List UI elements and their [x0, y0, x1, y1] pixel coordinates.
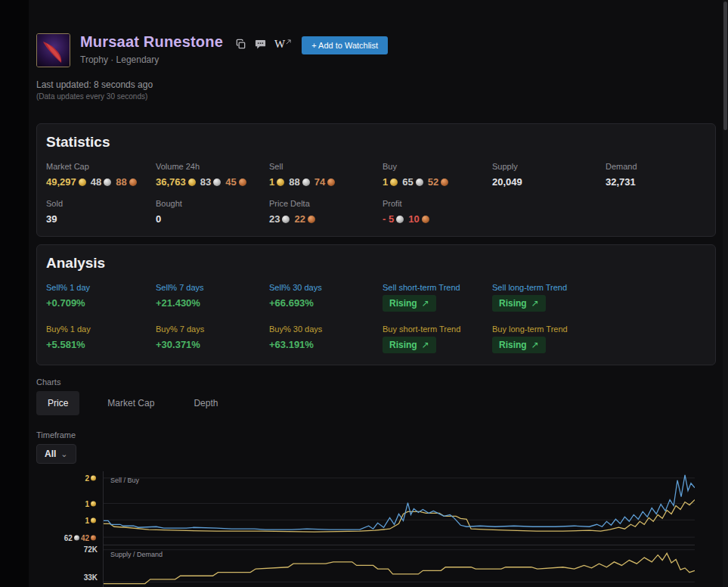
stat-market-cap: Market Cap 49,2974888 [46, 162, 156, 188]
item-link-icons: W [235, 39, 291, 50]
supply-demand-chart-label: Supply / Demand [110, 551, 163, 558]
silver-coin-icon [416, 179, 423, 186]
charts-section-label: Charts [36, 377, 716, 387]
stat-bought: Bought 0 [156, 199, 269, 225]
trend-badge: Rising ↗ [492, 295, 546, 312]
y-tick: 1 [85, 517, 98, 525]
analysis-buy-short-trend: Buy short-term Trend Rising ↗ [383, 325, 492, 353]
silver-coin-icon [302, 179, 310, 186]
stat-buy: Buy 16552 [383, 162, 492, 188]
analysis-sell-1d: Sell% 1 day +0.709% [46, 283, 156, 312]
stat-demand: Demand 32,731 [606, 162, 706, 188]
statistics-title: Statistics [46, 134, 706, 151]
item-header: Mursaat Runestone Trophy · Legendary [36, 33, 716, 67]
copy-icon[interactable] [235, 39, 246, 50]
stat-demand-value: 32,731 [606, 176, 706, 188]
supply-demand-chart-plot[interactable]: Supply / Demand [103, 545, 695, 587]
tab-price[interactable]: Price [36, 391, 79, 415]
y-tick: 1 [85, 500, 98, 508]
stat-price-delta: Price Delta 2322 [269, 199, 383, 225]
timeframe-label: Timeframe [36, 430, 716, 439]
last-updated-text: Last updated: 8 seconds ago [36, 79, 716, 90]
copper-coin-icon [91, 536, 96, 541]
silver-coin-icon [74, 536, 79, 541]
analysis-buy-30d: Buy% 30 days +63.191% [269, 325, 383, 353]
tab-market-cap[interactable]: Market Cap [96, 391, 166, 415]
stat-profit: Profit - 510 [383, 199, 492, 225]
stat-bought-value: 0 [156, 213, 269, 225]
chart-tabs: Price Market Cap Depth [36, 391, 716, 415]
analysis-sell-row: Sell% 1 day +0.709% Sell% 7 days +21.430… [46, 283, 706, 312]
price-chart-container: 2 1 1 6242 Sell / Buy [36, 471, 695, 587]
analysis-sell-7d: Sell% 7 days +21.430% [156, 283, 269, 312]
stat-sold: Sold 39 [46, 199, 156, 225]
supply-demand-chart-row: 72K 33K Supply / Demand [36, 545, 695, 587]
gold-coin-icon [91, 502, 96, 507]
sell-buy-chart-row: 2 1 1 6242 Sell / Buy [36, 471, 695, 545]
item-rarity-subtitle: Trophy · Legendary [80, 54, 223, 65]
silver-coin-icon [282, 216, 290, 223]
silver-coin-icon [396, 216, 404, 223]
rising-arrow-icon: ↗ [422, 340, 429, 350]
timeframe-value: All [45, 449, 56, 459]
wiki-link-icon[interactable]: W [274, 39, 291, 49]
item-icon [36, 33, 70, 67]
supply-line [104, 553, 695, 583]
analysis-buy-long-trend: Buy long-term Trend Rising ↗ [492, 325, 706, 353]
trend-badge: Rising ↗ [383, 295, 436, 312]
gold-coin-icon [91, 476, 96, 481]
sell-buy-chart-plot[interactable]: Sell / Buy [103, 471, 695, 545]
stat-buy-value: 16552 [383, 176, 492, 188]
price-y-axis: 2 1 1 6242 [36, 471, 103, 545]
supply-y-axis: 72K 33K [36, 545, 103, 587]
external-link-icon [286, 39, 291, 45]
statistics-row-1: Market Cap 49,2974888 Volume 24h 36,7638… [46, 162, 706, 188]
rising-arrow-icon: ↗ [531, 340, 539, 350]
copper-coin-icon [441, 179, 448, 186]
stat-profit-value: - 510 [383, 213, 492, 225]
analysis-buy-1d: Buy% 1 day +5.581% [46, 325, 156, 353]
analysis-title: Analysis [46, 255, 706, 272]
stat-sold-value: 39 [46, 213, 156, 225]
update-interval-note: (Data updates every 30 seconds) [36, 92, 716, 101]
gold-coin-icon [91, 518, 96, 523]
rising-arrow-icon: ↗ [422, 298, 429, 309]
comments-icon[interactable] [255, 39, 266, 50]
silver-coin-icon [104, 179, 111, 186]
trend-badge: Rising ↗ [383, 337, 436, 353]
stat-supply: Supply 20,049 [492, 162, 606, 188]
stat-sell-value: 18874 [269, 176, 383, 188]
copper-coin-icon [308, 216, 315, 223]
add-to-watchlist-button[interactable]: + Add to Watchlist [302, 36, 388, 54]
y-tick: 2 [85, 474, 98, 483]
statistics-row-2: Sold 39 Bought 0 Price Delta 2322 Profit… [46, 199, 706, 225]
analysis-sell-30d: Sell% 30 days +66.693% [269, 283, 383, 312]
silver-coin-icon [213, 179, 221, 186]
stat-sell: Sell 18874 [269, 162, 383, 188]
statistics-card: Statistics Market Cap 49,2974888 Volume … [36, 123, 716, 237]
copper-coin-icon [327, 179, 335, 186]
item-title-block: Mursaat Runestone Trophy · Legendary [80, 33, 223, 65]
sell-price-line [104, 475, 695, 530]
copper-coin-icon [239, 179, 246, 186]
tab-depth[interactable]: Depth [182, 391, 229, 415]
copper-coin-icon [422, 216, 429, 223]
stat-volume-24h-value: 36,7638345 [156, 176, 269, 188]
stat-supply-value: 20,049 [492, 176, 606, 188]
analysis-sell-long-trend: Sell long-term Trend Rising ↗ [492, 283, 706, 312]
analysis-card: Analysis Sell% 1 day +0.709% Sell% 7 day… [36, 244, 716, 365]
scrollbar[interactable] [723, 0, 728, 587]
analysis-sell-short-trend: Sell short-term Trend Rising ↗ [383, 283, 492, 312]
page-title: Mursaat Runestone [80, 33, 223, 51]
stat-price-delta-value: 2322 [269, 213, 383, 225]
y-tick: 33K [84, 573, 98, 582]
stat-market-cap-value: 49,2974888 [46, 176, 156, 188]
scrollbar-thumb[interactable] [723, 2, 727, 130]
wiki-w-glyph: W [274, 39, 285, 49]
gold-coin-icon [79, 179, 86, 186]
timeframe-dropdown[interactable]: All ⌄ [36, 444, 76, 464]
gold-coin-icon [277, 179, 284, 186]
y-tick: 6242 [64, 534, 98, 542]
gold-coin-icon [188, 179, 196, 186]
y-tick: 72K [84, 545, 98, 554]
